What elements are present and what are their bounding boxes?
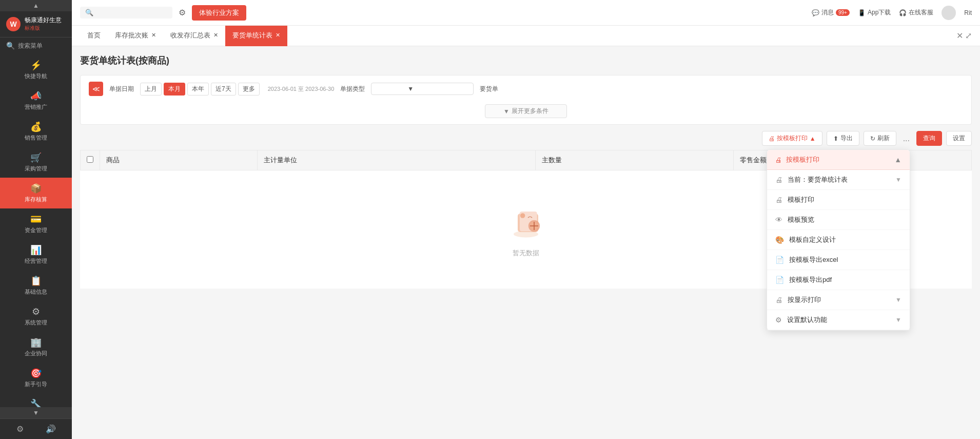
date-btn-本年[interactable]: 本年 bbox=[187, 83, 209, 96]
svg-point-7 bbox=[520, 213, 525, 218]
print-current-item[interactable]: 🖨 当前：要货单统计表 ▼ bbox=[767, 170, 910, 190]
sidebar-item-enterprise[interactable]: 🏢 企业协同 bbox=[0, 332, 72, 362]
message-icon: 💬 bbox=[812, 9, 819, 16]
tabs-close-all-icon[interactable]: ✕ bbox=[956, 31, 963, 41]
filter-row: ≪ 单据日期 上月本月本年近7天更多 2023-06-01 至 2023-06-… bbox=[89, 82, 963, 96]
refresh-btn[interactable]: ↻ 刷新 bbox=[864, 131, 896, 146]
print-dropdown-icon: 🖨 bbox=[775, 156, 782, 164]
app-subtitle: 标准版 bbox=[25, 25, 62, 32]
print-template-btn[interactable]: 🖨 按模板打印 ▲ bbox=[762, 131, 822, 146]
table-col-3: 主数量 bbox=[536, 150, 734, 170]
sidebar-icon-basic: 📋 bbox=[30, 275, 42, 287]
tabs-maximize-icon[interactable]: ⤢ bbox=[965, 31, 972, 41]
page-area: 要货单统计表(按商品) ≪ 单据日期 上月本月本年近7天更多 2023-06-0… bbox=[72, 46, 980, 439]
app-logo-icon: W bbox=[6, 17, 21, 31]
sidebar-item-inventory[interactable]: 📦 库存核算 bbox=[0, 178, 72, 208]
filter-expand-btn[interactable]: ▼ 展开更多条件 bbox=[485, 104, 567, 118]
print-dropdown-close-btn[interactable]: ▲ bbox=[894, 156, 901, 164]
print-group-item-default-settings[interactable]: ⚙ 设置默认功能 ▼ bbox=[767, 310, 910, 330]
sidebar-item-basic[interactable]: 📋 基础信息 bbox=[0, 270, 72, 301]
date-btn-更多[interactable]: 更多 bbox=[238, 83, 260, 96]
topbar-search-box[interactable]: 🔍 bbox=[80, 7, 172, 18]
tab-label-order-stats: 要货单统计表 bbox=[232, 31, 272, 40]
export-btn[interactable]: ⬆ 导出 bbox=[827, 131, 859, 146]
order-type-label: 单据类型 bbox=[340, 85, 365, 93]
message-item[interactable]: 💬 消息 99+ bbox=[812, 8, 850, 17]
sidebar-item-marketing[interactable]: 📣 营销推广 bbox=[0, 85, 72, 116]
tab-home[interactable]: 首页 bbox=[80, 26, 108, 46]
print-item-template-export-pdf[interactable]: 📄 按模板导出pdf bbox=[767, 270, 910, 290]
settings-icon[interactable]: ⚙ bbox=[16, 424, 24, 434]
topbar-search-input[interactable] bbox=[96, 9, 158, 16]
volume-icon[interactable]: 🔊 bbox=[46, 424, 56, 434]
sidebar-icon-sales: 💰 bbox=[30, 121, 42, 132]
order-type-select[interactable]: ▼ bbox=[371, 83, 474, 95]
print-item-template-export-excel[interactable]: 📄 按模板导出excel bbox=[767, 250, 910, 270]
message-badge: 99+ bbox=[836, 9, 850, 16]
tabs-right-controls: ✕ ⤢ bbox=[956, 31, 972, 41]
sidebar-item-system[interactable]: ⚙ 系统管理 bbox=[0, 301, 72, 332]
sidebar-search[interactable]: 🔍 搜索菜单 bbox=[0, 37, 72, 54]
more-options-btn[interactable]: ... bbox=[900, 131, 912, 146]
print-item-template-design[interactable]: 🎨 模板自定义设计 bbox=[767, 230, 910, 250]
tab-inventory-batch[interactable]: 库存批次账 ✕ bbox=[108, 26, 163, 46]
sidebar-icon-enterprise: 🏢 bbox=[30, 337, 42, 348]
app-download-label: App下载 bbox=[868, 8, 891, 17]
app-name: 畅康通好生意 bbox=[25, 16, 62, 25]
empty-icon bbox=[505, 201, 546, 242]
sidebar-item-finance[interactable]: 💳 资金管理 bbox=[0, 208, 72, 239]
topbar-gear-icon[interactable]: ⚙ bbox=[179, 8, 186, 17]
tab-close-receivable-summary[interactable]: ✕ bbox=[213, 32, 218, 39]
sidebar-label-guide: 新手引导 bbox=[25, 380, 47, 388]
topbar-search-icon: 🔍 bbox=[85, 9, 93, 16]
user-avatar[interactable] bbox=[942, 6, 956, 20]
tab-close-order-stats[interactable]: ✕ bbox=[276, 32, 280, 39]
app-download-item[interactable]: 📱 App下载 bbox=[858, 8, 891, 17]
tab-order-stats[interactable]: 要货单统计表 ✕ bbox=[225, 26, 287, 46]
online-service-icon: 🎧 bbox=[899, 9, 907, 16]
print-dropdown: 🖨 按模板打印 ▲ 🖨 当前：要货单统计表 ▼ 🖨 模板打印 👁 bbox=[767, 149, 910, 331]
date-btn-上月[interactable]: 上月 bbox=[140, 83, 162, 96]
query-btn[interactable]: 查询 bbox=[916, 131, 942, 146]
group-label-default-settings: 设置默认功能 bbox=[787, 315, 827, 325]
sidebar-search-label: 搜索菜单 bbox=[18, 42, 43, 50]
tab-label-inventory-batch: 库存批次账 bbox=[115, 31, 148, 40]
settings-btn[interactable]: 设置 bbox=[946, 131, 972, 146]
print-group-item-display-print[interactable]: 🖨 按显示打印 ▼ bbox=[767, 290, 910, 310]
tab-label-receivable-summary: 收发存汇总表 bbox=[170, 31, 210, 40]
tab-label-home: 首页 bbox=[87, 31, 101, 40]
table-toolbar: 🖨 按模板打印 ▲ ⬆ 导出 ↻ 刷新 ... 查询 设置 🖨 按模板打印 ▲ bbox=[80, 131, 972, 146]
sidebar-scroll-up[interactable]: ▲ bbox=[0, 0, 72, 11]
print-item-template-preview[interactable]: 👁 模板预览 bbox=[767, 210, 910, 230]
sidebar-scroll-down[interactable]: ▼ bbox=[0, 407, 72, 418]
tab-close-inventory-batch[interactable]: ✕ bbox=[151, 32, 156, 39]
sidebar-label-enterprise: 企业协同 bbox=[25, 350, 47, 357]
app-download-icon: 📱 bbox=[858, 9, 866, 16]
sidebar-item-guide[interactable]: 🎯 新手引导 bbox=[0, 362, 72, 393]
sidebar-item-quick-nav[interactable]: ⚡ 快捷导航 bbox=[0, 54, 72, 85]
tabs-bar: 首页 库存批次账 ✕ 收发存汇总表 ✕ 要货单统计表 ✕ ✕ ⤢ bbox=[72, 26, 980, 46]
main-content: 🔍 ⚙ 体验行业方案 💬 消息 99+ 📱 App下载 🎧 在线客服 Rit 首… bbox=[72, 0, 980, 439]
topbar: 🔍 ⚙ 体验行业方案 💬 消息 99+ 📱 App下载 🎧 在线客服 Rit bbox=[72, 0, 980, 26]
topbar-right: 💬 消息 99+ 📱 App下载 🎧 在线客服 Rit bbox=[812, 6, 972, 20]
sidebar-item-purchase[interactable]: 🛒 采购管理 bbox=[0, 147, 72, 178]
print-icon-template-print: 🖨 bbox=[775, 196, 782, 204]
current-template-arrow: ▼ bbox=[895, 176, 901, 183]
tab-receivable-summary[interactable]: 收发存汇总表 ✕ bbox=[163, 26, 225, 46]
select-all-checkbox[interactable] bbox=[87, 156, 93, 163]
group-arrow-display-print: ▼ bbox=[895, 296, 901, 303]
sidebar-icon-purchase: 🛒 bbox=[30, 152, 42, 163]
filter-collapse-btn[interactable]: ≪ bbox=[89, 82, 103, 96]
sidebar-item-operation[interactable]: 📊 经营管理 bbox=[0, 239, 72, 270]
date-btn-本月[interactable]: 本月 bbox=[164, 83, 185, 96]
print-icon-template-export-pdf: 📄 bbox=[775, 276, 784, 284]
current-template-label: 当前：要货单统计表 bbox=[788, 175, 848, 184]
print-item-template-print[interactable]: 🖨 模板打印 bbox=[767, 190, 910, 210]
current-template-icon: 🖨 bbox=[775, 176, 782, 184]
sidebar-item-sales[interactable]: 💰 销售管理 bbox=[0, 116, 72, 147]
online-service-item[interactable]: 🎧 在线客服 bbox=[899, 8, 933, 17]
sidebar-icon-system: ⚙ bbox=[32, 306, 40, 317]
trial-button[interactable]: 体验行业方案 bbox=[192, 5, 246, 21]
sidebar-item-app-center[interactable]: 🔧 应用中心 bbox=[0, 393, 72, 407]
date-btn-近7天[interactable]: 近7天 bbox=[211, 83, 236, 96]
